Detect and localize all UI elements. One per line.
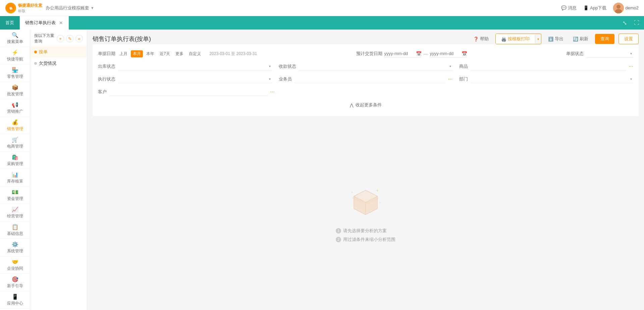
basic-info-icon: 📋 [12,224,18,230]
tab-sales-order[interactable]: 销售订单执行表 ✕ [20,16,69,30]
delivery-status-group: 出库状态 ▾ [98,62,272,70]
goods-input[interactable] [471,62,626,70]
sidebar-item-wechat[interactable]: 💬 企业微信 [0,309,30,310]
sidebar-item-operations[interactable]: 📈 经营管理 [0,204,30,221]
sidebar-item-marketing[interactable]: 📢 营销推广 [0,99,30,117]
sidebar-item-ecommerce[interactable]: 🛒 电商管理 [0,134,30,152]
tab-expand-icon[interactable]: ⛶ [632,18,641,28]
breadcrumb-arrow-icon[interactable]: ▾ [91,5,94,10]
page-title: 销售订单执行表(按单) [93,35,151,43]
sidebar-item-enterprise[interactable]: 🤝 企业协同 [0,256,30,274]
help-button[interactable]: ❓ 帮助 [471,35,491,43]
sidebar-item-wholesale[interactable]: 📦 批发管理 [0,82,30,99]
delivery-status-label: 出库状态 [98,63,115,69]
app-download-button[interactable]: 📱 App下载 [583,5,606,11]
tab-home[interactable]: 首页 [0,16,20,30]
ecommerce-icon: 🛒 [12,137,18,143]
export-icon: ⬇️ [548,37,553,42]
purchase-icon: 🛍️ [12,154,18,160]
sidebar-item-quick-nav[interactable]: ⚡ 快捷导航 [0,47,30,64]
message-button[interactable]: 💬 消息 [561,5,577,11]
quick-nav-icon: ⚡ [12,49,18,56]
enterprise-label: 企业协同 [7,266,23,271]
tip2-text: 用过滤条件来缩小分析范围 [343,237,395,243]
enterprise-icon: 🤝 [12,259,18,265]
logo-text: 畅捷通好生意 标版 [18,3,42,13]
print-button[interactable]: 🖨️ 按模板打印 [496,34,535,44]
date-separator: — [424,51,428,56]
bill-status-group: 单据状态 ▾ [566,50,633,58]
bill-status-label: 单据状态 [566,51,584,57]
sidebar-item-finance[interactable]: 💵 资金管理 [0,187,30,204]
page-actions: ❓ 帮助 🖨️ 按模板打印 ▾ ⬇️ 导出 🔄 刷新 [471,34,639,44]
bill-status-select[interactable] [586,50,633,57]
left-panel-add-button[interactable]: + [57,35,64,42]
date-filter-group: 单据日期 上月 本月 本年 近7天 更多 自定义 [98,50,203,57]
date-tab-7days[interactable]: 近7天 [158,50,172,57]
main-layout: 🔍 搜索菜单 ⚡ 快捷导航 🏪 零售管理 📦 批发管理 📢 营销推广 💰 销售管… [0,30,644,310]
delivery-status-select[interactable] [118,62,272,70]
customer-input[interactable] [109,88,267,96]
logo-area: 畅 畅捷通好生意 标版 [5,3,42,13]
basic-info-label: 基础信息 [7,231,23,237]
operations-icon: 📈 [12,206,18,213]
sidebar-item-app-center[interactable]: 📱 应用中心 [0,291,30,309]
bill-status-select-wrap: ▾ [586,50,633,58]
refresh-button[interactable]: 🔄 刷新 [570,35,591,43]
date-tab-this-month[interactable]: 本月 [131,50,143,57]
date-end-input[interactable] [430,50,460,57]
print-dropdown-button[interactable]: ▾ [535,35,541,43]
settings-button[interactable]: 设置 [619,34,639,44]
date-start-input[interactable] [384,50,415,57]
sidebar-item-basic-info[interactable]: 📋 基础信息 [0,221,30,239]
left-panel-item-press-single[interactable]: 按单 [30,46,87,58]
date-tab-custom[interactable]: 自定义 [187,50,203,57]
user-profile[interactable]: demo2 [613,3,639,13]
department-select[interactable] [471,75,633,83]
add-icon: + [59,36,62,41]
inventory-icon: 📊 [12,171,18,178]
expected-date-group: 预计交货日期 📅 — 📅 [356,50,467,58]
date-end-input-wrap: 📅 [430,50,467,58]
left-panel-actions: + ✎ « [57,35,83,42]
goods-more-icon[interactable]: ··· [629,63,633,69]
date-tab-this-year[interactable]: 本年 [144,50,156,57]
calendar-start-icon[interactable]: 📅 [416,51,422,56]
content-area: 销售订单执行表(按单) ❓ 帮助 🖨️ 按模板打印 ▾ ⬇️ 导出 [87,30,644,310]
print-label: 按模板打印 [508,36,530,42]
execution-status-select[interactable] [118,75,272,83]
sidebar-item-retail[interactable]: 🏪 零售管理 [0,64,30,82]
tab-close-icon[interactable]: ✕ [59,20,63,25]
new-user-icon: 🎯 [12,276,18,282]
svg-text:✦: ✦ [379,201,381,204]
sidebar-item-new-user[interactable]: 🎯 新手引导 [0,274,30,291]
inactive-dot-icon [34,62,37,65]
sidebar-nav: 🔍 搜索菜单 ⚡ 快捷导航 🏪 零售管理 📦 批发管理 📢 营销推广 💰 销售管… [0,30,30,310]
page-header: 销售订单执行表(按单) ❓ 帮助 🖨️ 按模板打印 ▾ ⬇️ 导出 [87,30,644,44]
date-tab-last-month[interactable]: 上月 [117,50,129,57]
top-header: 畅 畅捷通好生意 标版 办公用品行业模拟账套 ▾ 💬 消息 📱 App下载 [0,0,644,16]
sidebar-item-sales[interactable]: 💰 销售管理 [0,117,30,134]
tip1-text: 请先选择要分析的方案 [343,228,387,234]
execution-status-select-wrap: ▾ [118,75,272,83]
finance-icon: 💵 [12,189,18,195]
sidebar-item-purchase[interactable]: 🛍️ 采购管理 [0,152,30,169]
salesman-more-icon[interactable]: ··· [448,76,452,82]
date-tab-more[interactable]: 更多 [173,50,185,57]
query-button[interactable]: 查询 [595,34,614,44]
sidebar-item-search-menu[interactable]: 🔍 搜索菜单 [0,30,30,47]
collapse-more-button[interactable]: ⋀ 收起更多条件 [98,99,633,111]
sidebar-item-system[interactable]: ⚙️ 系统管理 [0,239,30,256]
calendar-end-icon[interactable]: 📅 [462,51,467,56]
customer-more-icon[interactable]: ··· [270,89,274,95]
payment-status-select[interactable] [299,62,453,70]
left-panel-edit-button[interactable]: ✎ [66,35,73,42]
left-panel-item-debt[interactable]: 欠货情况 [30,58,87,69]
tab-minimize-icon[interactable]: ⤡ [620,18,629,28]
date-tabs: 上月 本月 本年 近7天 更多 自定义 [117,50,203,57]
sidebar-item-inventory[interactable]: 📊 库存核算 [0,169,30,187]
export-button[interactable]: ⬇️ 导出 [545,35,566,43]
left-panel-collapse-button[interactable]: « [75,35,83,42]
payment-status-select-wrap: ▾ [299,62,453,70]
salesman-input[interactable] [294,75,445,83]
